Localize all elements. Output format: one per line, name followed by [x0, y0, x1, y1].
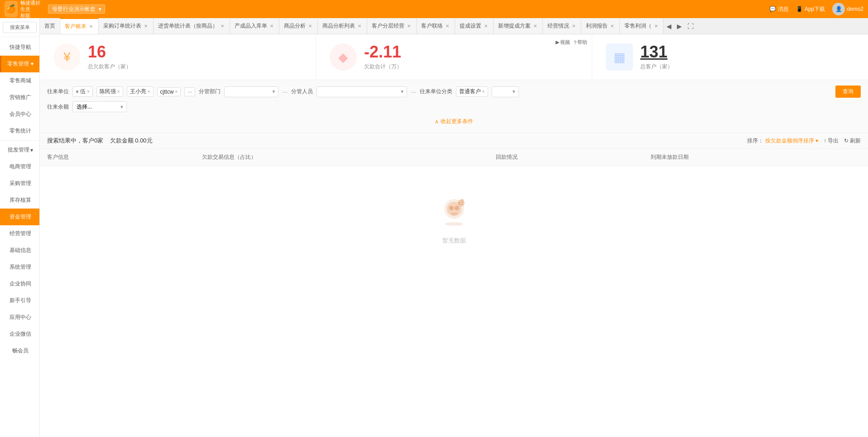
- sidebar-item-new-guide[interactable]: 新手引导: [0, 292, 39, 309]
- sidebar-item-member-center[interactable]: 会员中心: [0, 106, 39, 123]
- tab-close-customer-accounts[interactable]: ✕: [88, 24, 94, 29]
- message-icon: 💬: [769, 6, 776, 12]
- tag-close-normal-icon[interactable]: ×: [482, 89, 485, 94]
- sidebar-item-ecommerce[interactable]: 电商管理: [0, 158, 39, 175]
- tab-next-button[interactable]: ▶: [674, 18, 685, 34]
- filter-dept-more-icon[interactable]: ···: [282, 88, 288, 95]
- svg-point-6: [461, 201, 463, 203]
- tag-close-icon[interactable]: ×: [87, 89, 90, 94]
- filter-row-1: 往来单位 × 伍 × 陈民强 × 王小亮 ×: [47, 86, 861, 98]
- filter-tag-more-button[interactable]: ···: [184, 87, 195, 96]
- stat-card-credit-amount: ◆ -2.11 欠款合计（万） ▶ 视频: [316, 34, 592, 80]
- filter-unit-category-select[interactable]: [492, 86, 519, 97]
- data-table: 客户信息 欠款交易信息（占比） 回款情况 到期未放款日期: [40, 149, 868, 166]
- tab-close-product-analysis-list[interactable]: ✕: [357, 23, 362, 29]
- logo-icon: 🍊: [5, 1, 18, 17]
- tab-prev-button[interactable]: ◀: [664, 18, 674, 34]
- tab-close-inbound[interactable]: ✕: [220, 23, 225, 29]
- query-button[interactable]: 查询: [835, 86, 861, 98]
- filter-dept-select[interactable]: [224, 86, 278, 97]
- tab-product-analysis-list[interactable]: 商品分析列表 ✕: [318, 18, 367, 34]
- sidebar-item-vip-member[interactable]: 畅会员: [0, 342, 39, 359]
- tab-close-boost-settings[interactable]: ✕: [483, 23, 489, 29]
- video-help-button[interactable]: ▶ 视频: [556, 39, 570, 46]
- sidebar-item-capital[interactable]: 资金管理: [0, 209, 39, 225]
- search-menu-button[interactable]: 搜索菜单: [3, 22, 37, 33]
- tab-close-product-inbound[interactable]: ✕: [269, 23, 274, 29]
- col-credit-info: 欠款交易信息（占比）: [195, 149, 489, 166]
- sidebar-item-purchase[interactable]: 采购管理: [0, 175, 39, 192]
- tab-close-purchase-order[interactable]: ✕: [143, 23, 149, 29]
- tab-fullscreen-button[interactable]: ⛶: [685, 18, 696, 34]
- tag-close-chen-icon[interactable]: ×: [117, 89, 120, 94]
- tab-customer-segment[interactable]: 客户分层经营 ✕: [367, 18, 417, 34]
- stat-card-credit-customers: ¥ 16 总欠款客户（家）: [40, 34, 316, 80]
- tab-close-new-boost-plan[interactable]: ✕: [532, 23, 538, 29]
- app-download-button[interactable]: 📱 App下载: [796, 5, 825, 13]
- filter-balance-select[interactable]: 选择...: [72, 101, 127, 112]
- sidebar-item-marketing[interactable]: 营销推广: [0, 89, 39, 106]
- sidebar-item-app-center[interactable]: 应用中心: [0, 309, 39, 326]
- tab-close-customer-connect[interactable]: ✕: [445, 23, 450, 29]
- tab-boost-settings[interactable]: 提成设置 ✕: [455, 18, 494, 34]
- sidebar-item-retail-mall[interactable]: 零售商城: [0, 72, 39, 89]
- tab-close-customer-segment[interactable]: ✕: [406, 23, 412, 29]
- sidebar-item-enterprise-coop[interactable]: 企业协同: [0, 276, 39, 292]
- tab-inbound-stats[interactable]: 进货单统计表（按商品） ✕: [153, 18, 230, 34]
- tab-customer-accounts[interactable]: 客户账本 ✕: [60, 18, 99, 34]
- sort-select[interactable]: 按欠款金额倒序排序: [765, 138, 814, 144]
- tag-label: ×: [76, 89, 79, 95]
- sidebar-item-system[interactable]: 系统管理: [0, 259, 39, 276]
- text-help-button[interactable]: ? 帮助: [574, 39, 587, 46]
- sidebar-item-inventory[interactable]: 库存核算: [0, 192, 39, 209]
- sidebar-item-operations[interactable]: 经营管理: [0, 225, 39, 242]
- message-button[interactable]: 💬 消息: [769, 5, 789, 13]
- filter-tag-normal-customer[interactable]: 普通客户 ×: [456, 86, 488, 97]
- user-menu[interactable]: 👤 demo2: [832, 3, 863, 15]
- filter-tag-unit-x[interactable]: × 伍 ×: [72, 86, 93, 97]
- stat-bg-icon-1: ¥: [53, 43, 81, 71]
- tag-value-normal: 普通客户: [459, 88, 481, 95]
- tab-product-analysis[interactable]: 商品分析 ✕: [279, 18, 318, 34]
- filter-person-more-icon[interactable]: ···: [411, 88, 416, 95]
- export-button[interactable]: ↑ 导出: [824, 137, 839, 145]
- tab-product-inbound[interactable]: 产成品入库单 ✕: [230, 18, 279, 34]
- tab-home[interactable]: 首页: [40, 18, 60, 34]
- svg-point-0: [445, 222, 463, 226]
- tab-purchase-order-stats[interactable]: 采购订单统计表 ✕: [99, 18, 153, 34]
- tab-close-operations[interactable]: ✕: [571, 23, 576, 29]
- sidebar-item-wholesale-mgmt[interactable]: 批发管理 ▾: [0, 142, 39, 158]
- tab-profit-report[interactable]: 利润报告 ✕: [581, 18, 620, 34]
- results-bar: 搜索结果中，客户0家 欠款金额 0.00元 排序： 按欠款金额倒序排序 ▾ ↑ …: [40, 133, 868, 149]
- filter-tag-unit-cjttcw[interactable]: cjttcw ×: [157, 87, 181, 96]
- tag-close-cjttcw-icon[interactable]: ×: [175, 89, 178, 94]
- filter-person-select[interactable]: [317, 86, 407, 97]
- tab-close-product-analysis[interactable]: ✕: [307, 23, 313, 29]
- help-icon: ?: [574, 40, 576, 45]
- stat-value-credit-amount: -2.11: [364, 44, 402, 60]
- svg-point-4: [455, 206, 459, 210]
- stat-value-credit-customers: 16: [88, 44, 131, 60]
- col-customer-info: 客户信息: [40, 149, 195, 166]
- page-content: ¥ 16 总欠款客户（家） ◆ -2.11: [40, 34, 868, 437]
- account-selector[interactable]: 母婴行业演示帐套 ▼: [44, 5, 105, 14]
- tab-retail-profit[interactable]: 零售利润（ ✕: [620, 18, 664, 34]
- filter-tag-unit-chen[interactable]: 陈民强 ×: [96, 86, 123, 97]
- tab-close-profit-report[interactable]: ✕: [609, 23, 615, 29]
- filter-tag-unit-wang[interactable]: 王小亮 ×: [127, 86, 153, 97]
- refresh-button[interactable]: ↻ 刷新: [844, 137, 861, 145]
- tab-close-retail-profit[interactable]: ✕: [653, 23, 659, 29]
- tab-new-boost-plan[interactable]: 新增提成方案 ✕: [494, 18, 543, 34]
- sidebar-item-retail-mgmt[interactable]: 零售管理 ▾: [0, 56, 39, 72]
- tag-close-wang-icon[interactable]: ×: [148, 89, 150, 94]
- sidebar-item-enterprise-wechat[interactable]: 企业微信: [0, 326, 39, 342]
- sidebar-item-basic-info[interactable]: 基础信息: [0, 242, 39, 259]
- sidebar-item-retail-stats[interactable]: 零售统计: [0, 123, 39, 139]
- sort-label: 排序： 按欠款金额倒序排序 ▾: [747, 137, 818, 145]
- top-bar: 🍊 畅捷通好生意 标版 母婴行业演示帐套 ▼ 💬 消息 📱 App下载 👤: [0, 0, 868, 18]
- logo: 🍊 畅捷通好生意 标版: [5, 0, 44, 19]
- tab-customer-connect[interactable]: 客户联络 ✕: [417, 18, 455, 34]
- collapse-button[interactable]: ∧ 收起更多条件: [47, 116, 861, 127]
- sidebar-item-quick-nav[interactable]: 快捷导航: [0, 39, 39, 56]
- tab-operations[interactable]: 经营情况 ✕: [543, 18, 581, 34]
